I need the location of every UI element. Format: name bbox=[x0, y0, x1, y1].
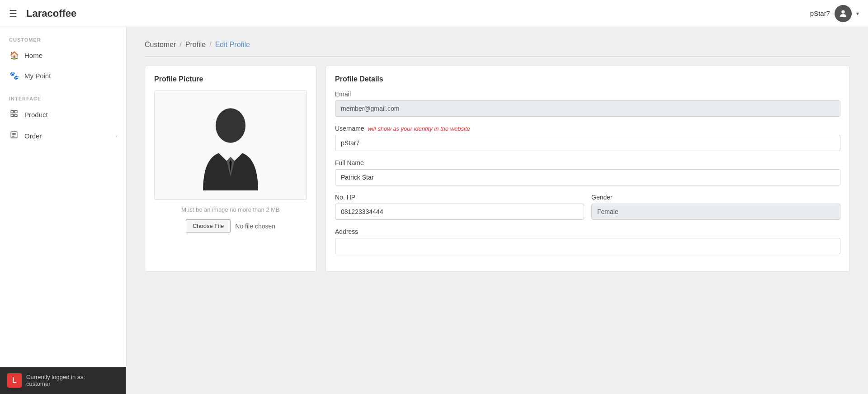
svg-rect-3 bbox=[11, 114, 13, 117]
sidebar-item-mypoint[interactable]: 🐾 My Point bbox=[0, 66, 126, 86]
svg-rect-1 bbox=[11, 110, 13, 113]
address-input[interactable] bbox=[335, 238, 840, 254]
sidebar-mypoint-label: My Point bbox=[24, 72, 117, 80]
profile-picture-wrapper: Must be an image no more than 2 MB Choos… bbox=[154, 90, 307, 233]
home-icon: 🏠 bbox=[9, 51, 19, 60]
sidebar: CUSTOMER 🏠 Home 🐾 My Point INTERFACE Pro… bbox=[0, 27, 127, 394]
sidebar-footer-logo: L bbox=[7, 373, 22, 388]
breadcrumb-sep-2: / bbox=[209, 41, 211, 49]
main-content: Customer / Profile / Edit Profile Profil… bbox=[127, 27, 868, 394]
navbar-username: pStar7 bbox=[810, 9, 830, 17]
product-icon bbox=[9, 109, 19, 120]
order-icon bbox=[9, 131, 19, 141]
fullname-input[interactable] bbox=[335, 169, 840, 185]
breadcrumb-customer[interactable]: Customer bbox=[145, 41, 176, 49]
nohp-gender-row: No. HP Gender Female Male Other bbox=[335, 194, 840, 228]
sidebar-order-label: Order bbox=[24, 132, 110, 140]
gender-select[interactable]: Female Male Other bbox=[591, 204, 840, 220]
navbar: ☰ Laracoffee pStar7 ▾ bbox=[0, 0, 868, 27]
nohp-field-group: No. HP bbox=[335, 194, 584, 220]
no-file-label: No file chosen bbox=[235, 223, 275, 230]
sidebar-item-product[interactable]: Product bbox=[0, 104, 126, 125]
email-field-group: Email bbox=[335, 90, 840, 117]
sidebar-product-label: Product bbox=[24, 111, 117, 119]
content-grid: Profile Picture bbox=[145, 66, 850, 272]
profile-picture-card-title: Profile Picture bbox=[154, 75, 307, 83]
sidebar-item-order[interactable]: Order › bbox=[0, 125, 126, 147]
breadcrumb-sep-1: / bbox=[179, 41, 181, 49]
sidebar-footer: L Currently logged in as: customer bbox=[0, 367, 126, 394]
sidebar-section-customer: CUSTOMER bbox=[0, 27, 126, 45]
mypoint-icon: 🐾 bbox=[9, 71, 19, 81]
gender-label: Gender bbox=[591, 194, 840, 201]
breadcrumb-profile[interactable]: Profile bbox=[185, 41, 206, 49]
navbar-avatar bbox=[835, 5, 852, 22]
svg-rect-2 bbox=[15, 110, 17, 113]
sidebar-home-label: Home bbox=[24, 52, 117, 59]
order-expand-arrow-icon: › bbox=[115, 133, 117, 139]
app-brand: Laracoffee bbox=[26, 8, 76, 19]
navbar-dropdown-arrow-icon: ▾ bbox=[856, 10, 859, 17]
profile-details-card: Profile Details Email Username will show… bbox=[326, 66, 850, 272]
sidebar-toggle-button[interactable]: ☰ bbox=[9, 8, 17, 19]
svg-rect-4 bbox=[15, 114, 17, 117]
nohp-label: No. HP bbox=[335, 194, 584, 201]
gender-field-group: Gender Female Male Other bbox=[591, 194, 840, 220]
svg-point-0 bbox=[841, 10, 844, 13]
fullname-label: Full Name bbox=[335, 159, 840, 166]
email-input[interactable] bbox=[335, 100, 840, 117]
nohp-input[interactable] bbox=[335, 204, 584, 220]
layout: CUSTOMER 🏠 Home 🐾 My Point INTERFACE Pro… bbox=[0, 27, 868, 394]
sidebar-item-home[interactable]: 🏠 Home bbox=[0, 45, 126, 66]
sidebar-section-interface: INTERFACE bbox=[0, 86, 126, 104]
file-input-row: Choose File No file chosen bbox=[186, 219, 275, 233]
username-field-group: Username will show as your identity in t… bbox=[335, 125, 840, 151]
username-input[interactable] bbox=[335, 135, 840, 151]
breadcrumb: Customer / Profile / Edit Profile bbox=[145, 41, 850, 57]
profile-avatar-image bbox=[190, 100, 271, 190]
address-label: Address bbox=[335, 228, 840, 235]
breadcrumb-edit-profile: Edit Profile bbox=[215, 41, 250, 49]
sidebar-footer-role: customer bbox=[26, 380, 85, 387]
user-menu[interactable]: pStar7 ▾ bbox=[810, 5, 859, 22]
profile-picture-frame bbox=[154, 90, 307, 200]
email-label: Email bbox=[335, 90, 840, 98]
username-hint: will show as your identity in the websit… bbox=[368, 125, 470, 132]
username-label: Username will show as your identity in t… bbox=[335, 125, 840, 132]
sidebar-footer-logged-in-label: Currently logged in as: bbox=[26, 374, 85, 380]
profile-picture-hint: Must be an image no more than 2 MB bbox=[181, 206, 280, 213]
profile-picture-card: Profile Picture bbox=[145, 66, 316, 272]
profile-details-card-title: Profile Details bbox=[335, 75, 840, 83]
address-field-group: Address bbox=[335, 228, 840, 254]
fullname-field-group: Full Name bbox=[335, 159, 840, 185]
choose-file-button[interactable]: Choose File bbox=[186, 219, 231, 233]
